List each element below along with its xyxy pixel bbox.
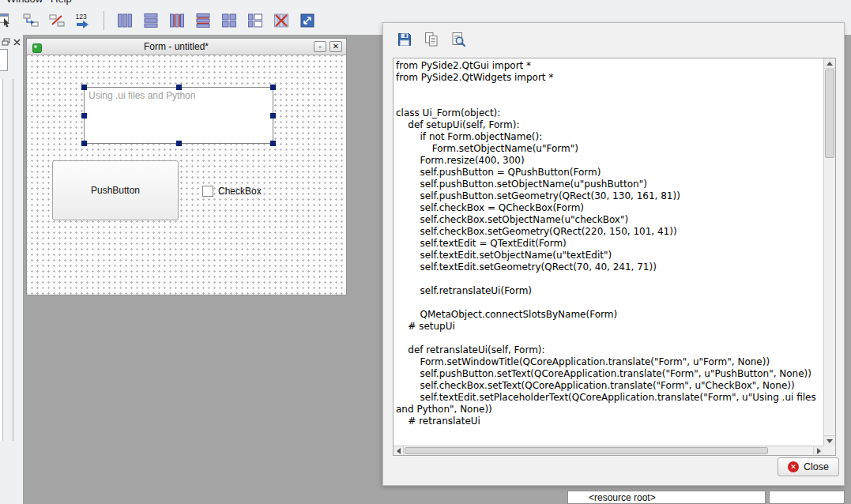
selection-handle[interactable] xyxy=(81,113,87,118)
selection-handle[interactable] xyxy=(176,85,182,90)
edit-tab-order-icon[interactable]: 123 xyxy=(73,10,93,31)
layout-grid-icon[interactable] xyxy=(219,10,239,31)
code-preview-toolbar xyxy=(394,29,469,50)
edit-widgets-icon[interactable] xyxy=(0,10,15,31)
selection-handle[interactable] xyxy=(81,85,87,90)
selection-handle[interactable] xyxy=(270,141,276,146)
widget-box-filter-input[interactable] xyxy=(0,49,8,71)
selection-handle[interactable] xyxy=(81,141,87,146)
menubar: Window Help xyxy=(0,0,851,6)
selection-handle[interactable] xyxy=(270,113,276,118)
resource-browser-tree[interactable]: <resource root> xyxy=(567,491,766,504)
resource-root-item[interactable]: <resource root> xyxy=(589,492,656,503)
close-dialog-button[interactable]: ✕ Close xyxy=(778,457,839,476)
layout-horizontal-icon[interactable] xyxy=(115,10,135,31)
code-preview-dialog: from PySide2.QtGui import * from PySide2… xyxy=(382,22,845,486)
pushbutton-widget[interactable]: PushButton xyxy=(52,160,179,220)
adjust-size-icon[interactable] xyxy=(297,10,318,31)
designer-form-icon xyxy=(32,42,42,51)
minimize-button[interactable]: - xyxy=(314,41,326,52)
vertical-scrollbar-thumb[interactable] xyxy=(825,70,834,158)
scroll-left-icon[interactable] xyxy=(393,446,404,455)
menu-window[interactable]: Window xyxy=(6,0,43,5)
close-button-label: Close xyxy=(804,461,829,472)
textedit-widget[interactable]: Using .ui files and Python xyxy=(84,87,273,144)
scroll-right-icon[interactable] xyxy=(813,446,823,455)
layout-form-icon[interactable] xyxy=(245,10,265,31)
widget-box-scrollbar[interactable] xyxy=(13,79,13,441)
copy-icon[interactable] xyxy=(421,29,442,50)
find-icon[interactable] xyxy=(448,29,469,50)
checkbox-box[interactable] xyxy=(202,186,213,197)
toolbar-separator xyxy=(104,11,104,30)
textedit-placeholder: Using .ui files and Python xyxy=(85,88,273,103)
resource-browser-list[interactable] xyxy=(769,491,845,504)
horizontal-scrollbar-thumb[interactable] xyxy=(405,447,768,454)
edit-buddies-icon[interactable] xyxy=(47,10,67,31)
checkbox-widget[interactable]: CheckBox xyxy=(202,185,262,197)
vertical-scrollbar[interactable] xyxy=(823,58,835,446)
scroll-up-icon[interactable] xyxy=(824,58,835,69)
svg-text:123: 123 xyxy=(76,13,87,21)
scroll-down-icon[interactable] xyxy=(824,435,835,446)
layout-horizontal-splitter-icon[interactable] xyxy=(167,10,187,31)
layout-vertical-icon[interactable] xyxy=(141,10,161,31)
selection-handle[interactable] xyxy=(270,85,276,90)
break-layout-icon[interactable] xyxy=(271,10,292,31)
scrollbar-corner xyxy=(823,446,835,455)
form-window-title: Form - untitled* xyxy=(42,41,311,52)
layout-vertical-splitter-icon[interactable] xyxy=(193,10,213,31)
qt-designer-app: { "menubar": { "items": [ { "label": "Wi… xyxy=(0,0,851,504)
code-editor[interactable]: from PySide2.QtGui import * from PySide2… xyxy=(393,58,836,456)
save-icon[interactable] xyxy=(394,29,415,50)
dock-close-icon[interactable] xyxy=(12,37,22,47)
checkbox-label: CheckBox xyxy=(218,186,262,197)
horizontal-scrollbar[interactable] xyxy=(393,446,823,455)
form-canvas[interactable]: Using .ui files and Python PushButton Ch… xyxy=(27,55,346,295)
selection-handle[interactable] xyxy=(176,141,182,146)
close-circle-icon: ✕ xyxy=(788,461,799,472)
widget-box-list[interactable] xyxy=(0,79,3,441)
close-button[interactable]: ✕ xyxy=(329,41,342,52)
dock-float-icon[interactable] xyxy=(1,37,11,47)
form-editor-window: Form - untitled* - ✕ Using .ui files and… xyxy=(26,38,347,295)
menu-help[interactable]: Help xyxy=(51,0,72,5)
generated-python-code[interactable]: from PySide2.QtGui import * from PySide2… xyxy=(396,60,821,444)
form-window-titlebar[interactable]: Form - untitled* - ✕ xyxy=(27,39,346,55)
edit-signals-slots-icon[interactable] xyxy=(21,10,41,31)
widget-box-dock-sliver xyxy=(0,35,24,504)
